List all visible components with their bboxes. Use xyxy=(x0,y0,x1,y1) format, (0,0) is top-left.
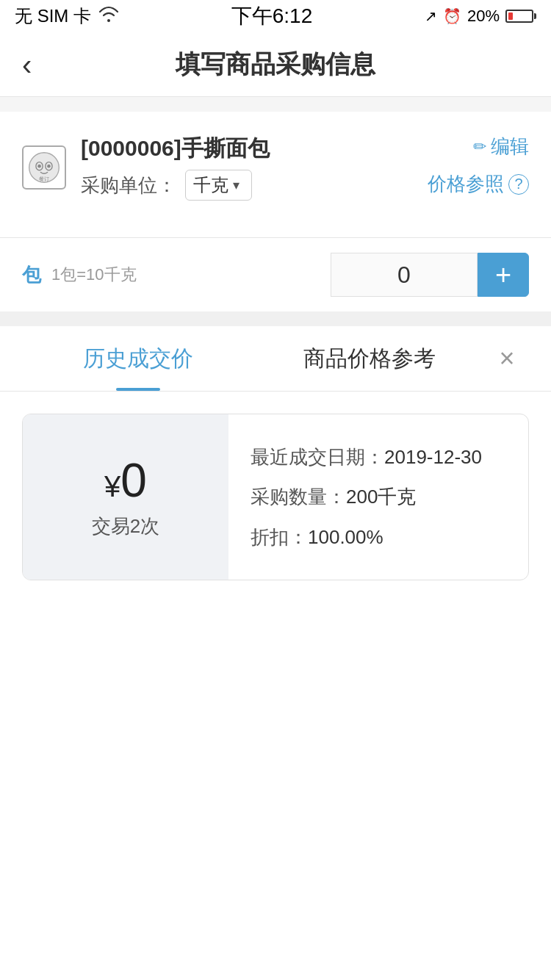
price-reference-button[interactable]: 价格参照 ? xyxy=(428,171,529,197)
quantity-label-card: 采购数量： xyxy=(251,486,346,508)
svg-point-3 xyxy=(37,164,41,167)
price-card-right: 最近成交日期：2019-12-30 采购数量：200千克 折扣：100.00% xyxy=(228,414,528,580)
status-left: 无 SIM 卡 xyxy=(15,4,119,28)
price-ref-label: 价格参照 xyxy=(428,171,504,197)
location-icon: ↗ xyxy=(425,7,437,25)
price-card: ¥0 交易2次 最近成交日期：2019-12-30 采购数量：200千克 折扣：… xyxy=(22,414,529,580)
product-header: 餐订 [0000006]手撕面包 采购单位： 千克 ▾ ✏ 编辑 xyxy=(22,134,529,201)
status-right: ↗ ⏰ 20% xyxy=(425,7,536,26)
date-value: 2019-12-30 xyxy=(384,446,482,468)
wifi-icon xyxy=(98,6,119,26)
product-name: [0000006]手撕面包 xyxy=(81,134,270,164)
date-label: 最近成交日期： xyxy=(251,446,384,468)
product-info: [0000006]手撕面包 采购单位： 千克 ▾ xyxy=(81,134,270,201)
price-display: ¥0 xyxy=(104,455,147,506)
tab-section: 历史成交价 商品价格参考 × xyxy=(0,326,551,392)
currency-symbol: ¥ xyxy=(104,470,120,502)
quantity-label: 包 1包=10千克 xyxy=(22,262,137,288)
transaction-count: 交易2次 xyxy=(92,514,159,539)
quantity-value: 0 xyxy=(397,262,411,289)
unit-label: 采购单位： xyxy=(81,173,176,198)
tab-history-label: 历史成交价 xyxy=(83,344,193,374)
quantity-row: 包 1包=10千克 0 + xyxy=(0,237,551,311)
edit-label: 编辑 xyxy=(491,134,529,159)
battery-percent: 20% xyxy=(467,7,500,26)
product-actions: ✏ 编辑 价格参照 ? xyxy=(428,134,529,197)
unit-hint: 1包=10千克 xyxy=(51,264,137,286)
tab-history-price[interactable]: 历史成交价 xyxy=(22,326,253,391)
unit-selector[interactable]: 千克 ▾ xyxy=(185,170,252,201)
close-button[interactable]: × xyxy=(485,336,529,381)
price-card-section: ¥0 交易2次 最近成交日期：2019-12-30 采购数量：200千克 折扣：… xyxy=(0,392,551,602)
date-row: 最近成交日期：2019-12-30 xyxy=(251,444,506,470)
quantity-plus-button[interactable]: + xyxy=(478,253,529,297)
product-left: 餐订 [0000006]手撕面包 采购单位： 千克 ▾ xyxy=(22,134,270,201)
quantity-value-card: 200千克 xyxy=(346,486,416,508)
product-section: 餐订 [0000006]手撕面包 采购单位： 千克 ▾ ✏ 编辑 xyxy=(0,112,551,237)
edit-button[interactable]: ✏ 编辑 xyxy=(473,134,529,159)
product-image: 餐订 xyxy=(22,145,66,190)
unit-tag: 包 xyxy=(22,262,41,288)
discount-value: 100.00% xyxy=(308,526,383,548)
time-display: 下午6:12 xyxy=(231,2,313,30)
chevron-down-icon: ▾ xyxy=(233,177,240,193)
tab-product-label: 商品价格参考 xyxy=(303,344,436,374)
tabs-row: 历史成交价 商品价格参考 × xyxy=(0,326,551,391)
section-divider xyxy=(0,311,551,326)
edit-icon: ✏ xyxy=(473,137,486,156)
main-content-area xyxy=(0,602,551,980)
unit-row: 采购单位： 千克 ▾ xyxy=(81,170,270,201)
quantity-controls: 0 + xyxy=(331,253,529,297)
price-card-left: ¥0 交易2次 xyxy=(23,414,228,580)
help-icon: ? xyxy=(508,174,529,195)
status-bar: 无 SIM 卡 下午6:12 ↗ ⏰ 20% xyxy=(0,0,551,32)
svg-point-4 xyxy=(47,164,51,167)
unit-value: 千克 xyxy=(193,173,228,197)
quantity-input[interactable]: 0 xyxy=(331,253,478,297)
alarm-icon: ⏰ xyxy=(443,7,461,25)
quantity-row-card: 采购数量：200千克 xyxy=(251,483,506,510)
back-button[interactable]: ‹ xyxy=(22,50,32,79)
discount-row: 折扣：100.00% xyxy=(251,524,506,550)
carrier-label: 无 SIM 卡 xyxy=(15,4,91,28)
tab-product-price[interactable]: 商品价格参考 xyxy=(253,326,485,391)
battery-icon xyxy=(505,10,536,23)
price-amount-value: 0 xyxy=(120,454,147,507)
svg-text:餐订: 餐订 xyxy=(39,176,49,182)
nav-bar: ‹ 填写商品采购信息 xyxy=(0,32,551,97)
page-title: 填写商品采购信息 xyxy=(176,48,375,82)
discount-label: 折扣： xyxy=(251,526,308,548)
